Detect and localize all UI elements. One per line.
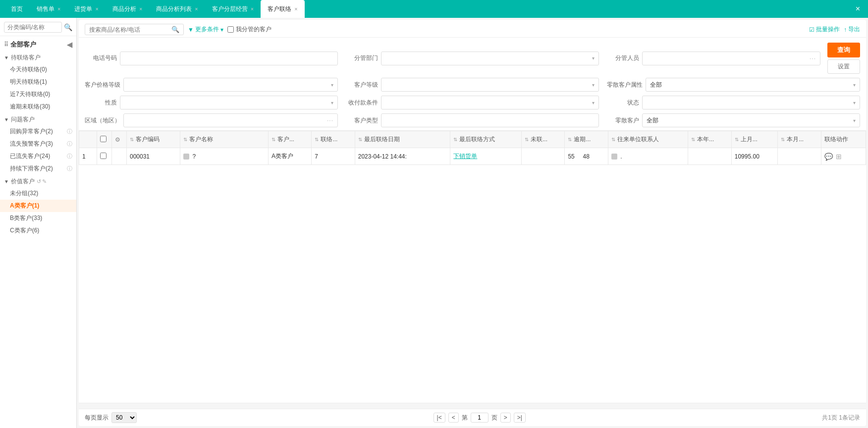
section-value-customers[interactable]: ▼ 价值客户 ↺ ✎: [0, 175, 76, 187]
manager-label: 分管人员: [607, 54, 639, 62]
cust-level-label: 客户等级: [346, 81, 378, 89]
section-problem-customers[interactable]: ▼ 问题客户: [0, 113, 76, 125]
section-pending-contact[interactable]: ▼ 待联络客户: [0, 51, 76, 63]
status-select[interactable]: ▾: [642, 96, 860, 109]
edit-icon[interactable]: ✎: [42, 178, 47, 185]
sidebar-item-c-customers[interactable]: C类客户(6): [0, 224, 76, 237]
total-records: 共1页 1条记录: [822, 414, 860, 422]
payment-chevron: ▾: [592, 100, 595, 106]
cell-name: ?: [180, 148, 269, 165]
refresh-icon[interactable]: ↺: [37, 178, 41, 185]
query-button[interactable]: 查询: [827, 43, 860, 57]
nav-product-analysis-close[interactable]: ×: [139, 6, 142, 12]
nav-product-list[interactable]: 商品分析列表 ×: [149, 0, 205, 18]
nav-sales-close[interactable]: ×: [57, 6, 60, 12]
nav-customer-contact[interactable]: 客户联络 ×: [261, 0, 304, 18]
retail-chevron: ▾: [853, 118, 856, 123]
prev-page-btn[interactable]: <: [448, 413, 459, 423]
batch-op-btn[interactable]: ☑ 批量操作: [809, 25, 840, 34]
nature-select[interactable]: ▾: [120, 96, 338, 109]
select-all-checkbox[interactable]: [100, 136, 107, 142]
close-all-tabs[interactable]: ×: [852, 4, 864, 13]
last-page-btn[interactable]: >|: [514, 413, 526, 423]
row-checkbox[interactable]: [100, 153, 107, 159]
filter-manager: 分管人员 ··· 查询 设置: [607, 43, 860, 74]
dept-chevron: ▾: [592, 55, 595, 61]
filter-row-1: 电话号码 分管部门 ▾ 分管人员 ···: [85, 43, 860, 74]
customer-table: ⚙ ⇅ 客户编码 ⇅ 客户名称: [79, 131, 866, 165]
page-size-select[interactable]: 50 100 200: [111, 412, 137, 423]
sidebar-item-declining[interactable]: 持续下滑客户(2) ⓘ: [0, 162, 76, 175]
page-number-input[interactable]: [471, 413, 488, 423]
col-settings-icon: ⚙: [112, 131, 127, 148]
sidebar-item-tomorrow[interactable]: 明天待联络(1): [0, 76, 76, 88]
my-customers-checkbox-container: 我分管的客户: [227, 25, 271, 34]
sidebar-item-7days[interactable]: 近7天待联络(0): [0, 88, 76, 101]
last-method-link[interactable]: 下销货单: [453, 153, 477, 160]
main-search-icon[interactable]: 🔍: [171, 26, 179, 33]
cell-last-date: 2023-04-12 14:44:: [355, 148, 450, 165]
cust-level-select[interactable]: ▾: [381, 78, 599, 92]
status-chevron: ▾: [853, 100, 856, 106]
retail-select[interactable]: 全部 ▾: [642, 113, 860, 127]
grid-action-icon[interactable]: ⊞: [836, 153, 842, 160]
payment-select[interactable]: ▾: [381, 96, 599, 109]
nav-customer-tier-close[interactable]: ×: [251, 6, 254, 12]
nav-home[interactable]: 首页: [4, 0, 30, 18]
this-month-sort-icon: ⇅: [781, 137, 785, 142]
nav-customer-tier[interactable]: 客户分层经营 ×: [205, 0, 261, 18]
sidebar-search-icon[interactable]: 🔍: [64, 23, 72, 31]
table-settings-icon[interactable]: ⚙: [115, 136, 120, 143]
next-page-btn[interactable]: >: [500, 413, 511, 423]
sidebar-item-a-customers[interactable]: A类客户(1): [0, 200, 76, 212]
cell-type: A类客户: [268, 148, 311, 165]
main-search-container: 🔍: [85, 24, 184, 35]
sidebar-item-b-customers[interactable]: B类客户(33): [0, 212, 76, 224]
price-level-chevron: ▾: [331, 82, 333, 88]
sidebar-item-overdue[interactable]: 逾期未联络(30): [0, 101, 76, 113]
more-conditions-btn[interactable]: ▼ 更多条件 ▾: [188, 25, 223, 34]
sidebar-item-churn-warning[interactable]: 流失预警客户(3) ⓘ: [0, 138, 76, 150]
nav-product-analysis[interactable]: 商品分析 ×: [106, 0, 149, 18]
manager-input[interactable]: ···: [642, 52, 820, 65]
my-customers-checkbox[interactable]: [227, 26, 234, 33]
phone-input[interactable]: [120, 52, 338, 65]
sidebar-item-repurchase-abnormal[interactable]: 回购异常客户(2) ⓘ: [0, 125, 76, 138]
bottom-bar: 每页显示 50 100 200 |< < 第 页 > >| 共1页 1条记录: [79, 409, 866, 426]
cell-checkbox: [97, 148, 112, 165]
unit-contact-text: .: [620, 153, 622, 160]
retail-attr-select[interactable]: 全部 ▾: [646, 78, 860, 92]
horizontal-scrollbar[interactable]: [79, 403, 866, 409]
first-page-btn[interactable]: |<: [434, 413, 445, 423]
main-search-input[interactable]: [89, 26, 169, 33]
top-navigation: 首页 销售单 × 进货单 × 商品分析 × 商品分析列表 × 客户分层经营 × …: [0, 0, 868, 18]
price-level-select[interactable]: ▾: [123, 78, 338, 92]
name-sort-icon: ⇅: [183, 137, 187, 142]
nav-customer-contact-close[interactable]: ×: [294, 6, 297, 12]
section-arrow-3: ▼: [4, 179, 9, 184]
settings-button[interactable]: 设置: [827, 59, 860, 74]
comment-action-icon[interactable]: 💬: [824, 153, 833, 160]
main-layout: 🔍 ⠿ 全部客户 ◀ ▼ 待联络客户 今天待联络(0) 明天待联络(1) 近7天…: [0, 18, 868, 428]
sidebar-search-input[interactable]: [4, 22, 62, 33]
filter-bar-right: ☑ 批量操作 ↑ 导出: [809, 25, 860, 34]
export-btn[interactable]: ↑ 导出: [844, 25, 860, 34]
nav-sales[interactable]: 销售单 ×: [30, 0, 67, 18]
sidebar-collapse-icon[interactable]: ◀: [67, 41, 72, 49]
pagination-controls: |< < 第 页 > >|: [434, 413, 526, 423]
nav-product-list-close[interactable]: ×: [195, 6, 198, 12]
nav-purchase[interactable]: 进货单 ×: [67, 0, 105, 18]
dept-select[interactable]: ▾: [381, 52, 599, 65]
nature-label: 性质: [85, 99, 117, 107]
nav-purchase-close[interactable]: ×: [95, 6, 98, 12]
content-area: 🔍 ▼ 更多条件 ▾ 我分管的客户 ☑ 批量操作 ↑ 导出: [79, 20, 866, 426]
col-unit-contact: ⇅ 往来单位联系人: [608, 131, 688, 148]
cust-type-input[interactable]: [381, 113, 599, 127]
cell-last-month: 10995.00: [731, 148, 777, 165]
info-icon-4: ⓘ: [67, 165, 72, 172]
sidebar-item-unclassified[interactable]: 未分组(32): [0, 187, 76, 200]
sidebar-item-today[interactable]: 今天待联络(0): [0, 63, 76, 76]
sidebar-item-churned[interactable]: 已流失客户(24) ⓘ: [0, 150, 76, 162]
cell-not-contact: [522, 148, 565, 165]
region-select[interactable]: ···: [123, 113, 338, 127]
